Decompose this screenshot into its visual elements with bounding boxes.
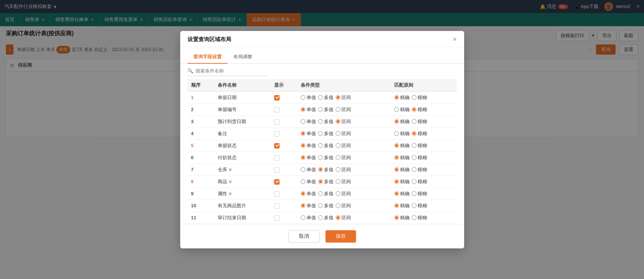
type-range-radio[interactable] <box>336 215 340 220</box>
match-fuzzy-label[interactable]: 模糊 <box>412 215 427 221</box>
type-multi-radio[interactable] <box>318 131 323 136</box>
type-single-label[interactable]: 单值 <box>301 106 316 113</box>
match-exact-radio[interactable] <box>394 215 399 220</box>
match-exact-label[interactable]: 精确 <box>394 166 410 173</box>
type-multi-radio[interactable] <box>318 155 323 160</box>
display-checkbox[interactable] <box>274 143 280 149</box>
cancel-btn[interactable]: 取消 <box>288 230 320 243</box>
type-range-radio[interactable] <box>336 131 340 136</box>
match-exact-radio[interactable] <box>394 203 399 208</box>
display-checkbox[interactable] <box>274 95 280 101</box>
row-display[interactable] <box>270 176 297 188</box>
type-single-label[interactable]: 单值 <box>301 178 316 185</box>
type-multi-label[interactable]: 多值 <box>318 215 333 221</box>
type-single-radio[interactable] <box>301 215 305 220</box>
type-multi-radio[interactable] <box>318 215 323 220</box>
type-single-label[interactable]: 单值 <box>301 166 316 173</box>
type-multi-label[interactable]: 多值 <box>318 94 333 101</box>
type-multi-label[interactable]: 多值 <box>318 154 333 161</box>
match-exact-label[interactable]: 精确 <box>394 203 410 209</box>
row-display[interactable] <box>270 115 297 127</box>
dialog-close-btn[interactable]: × <box>453 36 457 43</box>
match-exact-label[interactable]: 精确 <box>394 106 410 113</box>
type-single-label[interactable]: 单值 <box>301 94 316 101</box>
match-exact-radio[interactable] <box>394 95 399 100</box>
match-exact-radio[interactable] <box>394 155 399 160</box>
type-range-label[interactable]: 区间 <box>336 154 351 161</box>
tab-query-fields[interactable]: 查询字段设置 <box>187 51 228 64</box>
type-range-label[interactable]: 区间 <box>336 106 351 113</box>
type-multi-label[interactable]: 多值 <box>318 190 333 197</box>
type-range-label[interactable]: 区间 <box>336 118 351 125</box>
match-exact-label[interactable]: 精确 <box>394 94 410 101</box>
row-display[interactable] <box>270 91 297 103</box>
type-range-radio[interactable] <box>336 107 340 112</box>
type-range-radio[interactable] <box>336 167 340 172</box>
match-fuzzy-label[interactable]: 模糊 <box>412 118 427 125</box>
type-range-radio[interactable] <box>336 143 340 148</box>
type-single-label[interactable]: 单值 <box>301 130 316 137</box>
type-single-label[interactable]: 单值 <box>301 142 316 149</box>
row-display[interactable] <box>270 188 297 200</box>
type-range-radio[interactable] <box>336 119 340 124</box>
match-fuzzy-radio[interactable] <box>412 203 416 208</box>
match-exact-radio[interactable] <box>394 167 399 172</box>
type-multi-radio[interactable] <box>318 119 323 124</box>
type-single-radio[interactable] <box>301 107 305 112</box>
type-multi-radio[interactable] <box>318 203 323 208</box>
type-multi-radio[interactable] <box>318 179 323 184</box>
display-checkbox[interactable] <box>274 107 280 113</box>
type-single-radio[interactable] <box>301 155 305 160</box>
type-multi-radio[interactable] <box>318 167 323 172</box>
match-fuzzy-label[interactable]: 模糊 <box>412 130 427 137</box>
match-exact-radio[interactable] <box>394 131 399 136</box>
row-display[interactable] <box>270 103 297 115</box>
type-multi-radio[interactable] <box>318 107 323 112</box>
type-single-radio[interactable] <box>301 179 305 184</box>
display-checkbox[interactable] <box>274 155 280 161</box>
match-fuzzy-radio[interactable] <box>412 167 416 172</box>
type-single-label[interactable]: 单值 <box>301 118 316 125</box>
display-checkbox[interactable] <box>274 119 280 125</box>
match-exact-radio[interactable] <box>394 119 399 124</box>
tab-layout[interactable]: 布局调整 <box>228 51 258 64</box>
type-single-radio[interactable] <box>301 119 305 124</box>
search-input[interactable] <box>195 68 261 74</box>
type-range-label[interactable]: 区间 <box>336 190 351 197</box>
match-exact-label[interactable]: 精确 <box>394 118 410 125</box>
match-fuzzy-label[interactable]: 模糊 <box>412 166 427 173</box>
display-checkbox[interactable] <box>274 203 280 209</box>
type-range-label[interactable]: 区间 <box>336 130 351 137</box>
match-fuzzy-label[interactable]: 模糊 <box>412 154 427 161</box>
type-single-label[interactable]: 单值 <box>301 203 316 209</box>
row-display[interactable] <box>270 200 297 212</box>
type-multi-radio[interactable] <box>318 143 323 148</box>
match-exact-label[interactable]: 精确 <box>394 190 410 197</box>
match-fuzzy-radio[interactable] <box>412 155 416 160</box>
row-display[interactable] <box>270 152 297 164</box>
type-single-radio[interactable] <box>301 131 305 136</box>
type-single-label[interactable]: 单值 <box>301 190 316 197</box>
save-btn[interactable]: 保存 <box>325 230 356 243</box>
match-fuzzy-radio[interactable] <box>412 131 416 136</box>
display-checkbox[interactable] <box>274 131 280 137</box>
type-multi-label[interactable]: 多值 <box>318 142 333 149</box>
match-fuzzy-label[interactable]: 模糊 <box>412 178 427 185</box>
display-checkbox[interactable] <box>274 191 280 197</box>
row-display[interactable] <box>270 127 297 140</box>
display-checkbox[interactable] <box>274 167 280 173</box>
type-single-radio[interactable] <box>301 167 305 172</box>
type-single-radio[interactable] <box>301 203 305 208</box>
type-range-radio[interactable] <box>336 155 340 160</box>
row-display[interactable] <box>270 164 297 176</box>
match-exact-label[interactable]: 精确 <box>394 130 410 137</box>
type-multi-radio[interactable] <box>318 95 323 100</box>
match-fuzzy-radio[interactable] <box>412 119 416 124</box>
match-fuzzy-label[interactable]: 模糊 <box>412 203 427 209</box>
type-range-label[interactable]: 区间 <box>336 166 351 173</box>
type-multi-label[interactable]: 多值 <box>318 130 333 137</box>
match-fuzzy-label[interactable]: 模糊 <box>412 94 427 101</box>
display-checkbox[interactable] <box>274 179 280 185</box>
type-single-radio[interactable] <box>301 95 305 100</box>
match-fuzzy-label[interactable]: 模糊 <box>412 190 427 197</box>
